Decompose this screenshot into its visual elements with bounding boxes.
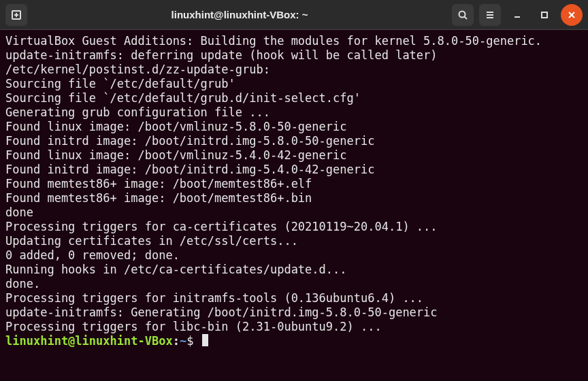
prompt-user-host: linuxhint@linuxhint-VBox [5, 334, 173, 348]
close-icon [566, 10, 577, 20]
terminal-line: Found linux image: /boot/vmlinuz-5.8.0-5… [5, 120, 583, 134]
terminal-line: Sourcing file `/etc/default/grub' [5, 77, 583, 91]
prompt-colon: : [173, 334, 180, 348]
search-button[interactable] [452, 4, 474, 26]
terminal-line: Processing triggers for libc-bin (2.31-0… [5, 320, 583, 334]
new-tab-icon [11, 10, 22, 20]
prompt-path: ~ [180, 334, 186, 348]
prompt-symbol: $ [186, 334, 200, 348]
terminal-line: done. [5, 277, 583, 291]
terminal-line: Found memtest86+ image: /boot/memtest86+… [5, 177, 583, 191]
maximize-button[interactable] [534, 4, 555, 26]
terminal-line: Found initrd image: /boot/initrd.img-5.4… [5, 163, 583, 177]
terminal-line: Found initrd image: /boot/initrd.img-5.8… [5, 134, 583, 148]
terminal-line: VirtualBox Guest Additions: Building the… [5, 34, 583, 48]
terminal-line: Found linux image: /boot/vmlinuz-5.4.0-4… [5, 148, 583, 163]
cursor [202, 334, 208, 346]
terminal-line: done [5, 205, 583, 220]
search-icon [457, 10, 468, 20]
window-title: linuxhint@linuxhint-VBox: ~ [33, 9, 446, 20]
minimize-button[interactable] [506, 4, 528, 26]
minimize-icon [512, 10, 523, 20]
terminal-line: Processing triggers for ca-certificates … [5, 220, 583, 234]
menu-button[interactable] [479, 4, 501, 26]
terminal-line: update-initramfs: deferring update (hook… [5, 48, 583, 63]
terminal-line: Generating grub configuration file ... [5, 105, 583, 120]
terminal-line: Updating certificates in /etc/ssl/certs.… [5, 234, 583, 248]
svg-rect-9 [542, 12, 547, 18]
terminal-line: Sourcing file `/etc/default/grub.d/init-… [5, 91, 583, 105]
close-button[interactable] [561, 4, 583, 26]
titlebar: linuxhint@linuxhint-VBox: ~ [0, 0, 588, 30]
terminal-line: 0 added, 0 removed; done. [5, 248, 583, 263]
terminal-line: Processing triggers for initramfs-tools … [5, 291, 583, 305]
svg-line-4 [465, 16, 468, 19]
terminal-prompt: linuxhint@linuxhint-VBox:~$ [5, 334, 583, 348]
terminal-window: linuxhint@linuxhint-VBox: ~ VirtualBox G… [0, 0, 588, 381]
svg-point-3 [459, 11, 466, 17]
terminal-line: update-initramfs: Generating /boot/initr… [5, 305, 583, 320]
terminal-line: Running hooks in /etc/ca-certificates/up… [5, 263, 583, 277]
maximize-icon [539, 10, 550, 20]
hamburger-icon [485, 10, 495, 20]
terminal-line: /etc/kernel/postinst.d/zz-update-grub: [5, 63, 583, 77]
new-tab-button[interactable] [5, 4, 27, 26]
terminal-output[interactable]: VirtualBox Guest Additions: Building the… [0, 30, 588, 381]
terminal-line: Found memtest86+ image: /boot/memtest86+… [5, 191, 583, 205]
